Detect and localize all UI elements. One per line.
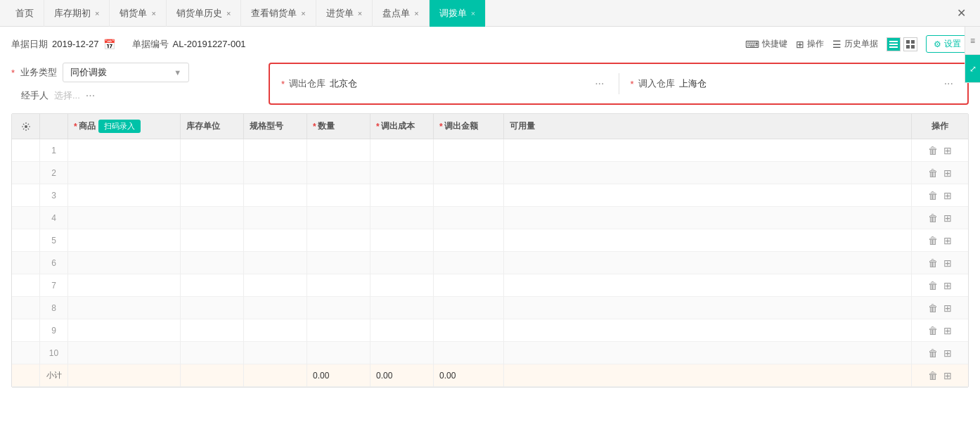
tab-sales-order[interactable]: 销货单 × bbox=[110, 0, 166, 27]
tab-purchase-order-close[interactable]: × bbox=[358, 9, 362, 18]
th-settings[interactable] bbox=[12, 114, 40, 139]
td-spec-1[interactable] bbox=[244, 139, 307, 162]
td-amount-6[interactable] bbox=[434, 252, 504, 274]
td-amount-7[interactable] bbox=[434, 274, 504, 297]
td-spec-5[interactable] bbox=[244, 229, 307, 252]
copy-icon-1[interactable]: ⊞ bbox=[943, 145, 952, 156]
tab-sales-history-close[interactable]: × bbox=[226, 9, 231, 18]
operations-button[interactable]: ⊞ 操作 bbox=[796, 38, 824, 50]
td-amount-1[interactable] bbox=[434, 139, 504, 162]
td-amount-8[interactable] bbox=[434, 297, 504, 319]
td-product-3[interactable] bbox=[68, 184, 181, 207]
copy-icon-7[interactable]: ⊞ bbox=[943, 280, 952, 291]
td-product-9[interactable] bbox=[68, 319, 181, 342]
delete-icon-1[interactable]: 🗑 bbox=[928, 145, 938, 156]
delete-icon-6[interactable]: 🗑 bbox=[928, 257, 938, 269]
copy-icon-2[interactable]: ⊞ bbox=[943, 167, 952, 179]
td-qty-8[interactable] bbox=[307, 297, 370, 319]
delete-icon-2[interactable]: 🗑 bbox=[928, 167, 938, 179]
td-spec-4[interactable] bbox=[244, 207, 307, 229]
copy-icon-11[interactable]: ⊞ bbox=[943, 370, 952, 381]
td-amount-2[interactable] bbox=[434, 162, 504, 184]
td-cost-1[interactable] bbox=[370, 139, 434, 162]
td-product-1[interactable] bbox=[68, 139, 181, 162]
td-product-8[interactable] bbox=[68, 297, 181, 319]
td-unit-8[interactable] bbox=[181, 297, 244, 319]
tab-stocktake-close[interactable]: × bbox=[414, 9, 418, 18]
td-product-4[interactable] bbox=[68, 207, 181, 229]
delete-icon-9[interactable]: 🗑 bbox=[928, 325, 938, 336]
tab-view-sales-close[interactable]: × bbox=[301, 9, 305, 18]
setting-button[interactable]: ⚙ 设置 bbox=[926, 35, 969, 53]
copy-icon-4[interactable]: ⊞ bbox=[943, 212, 952, 224]
td-qty-1[interactable] bbox=[307, 139, 370, 162]
shortcuts-button[interactable]: ⌨ 快捷键 bbox=[745, 38, 787, 50]
handler-select[interactable]: 选择... bbox=[54, 89, 80, 102]
delete-icon-3[interactable]: 🗑 bbox=[928, 190, 938, 201]
td-product-10[interactable] bbox=[68, 342, 181, 364]
td-amount-3[interactable] bbox=[434, 184, 504, 207]
td-cost-4[interactable] bbox=[370, 207, 434, 229]
tab-transfer[interactable]: 调拨单 × bbox=[430, 0, 486, 27]
scan-button[interactable]: 扫码录入 bbox=[98, 120, 141, 133]
transfer-in-more-icon[interactable]: ··· bbox=[941, 77, 956, 90]
tab-inventory-init[interactable]: 库存期初 × bbox=[44, 0, 110, 27]
delete-icon-4[interactable]: 🗑 bbox=[928, 212, 938, 224]
td-qty-6[interactable] bbox=[307, 252, 370, 274]
delete-icon-11[interactable]: 🗑 bbox=[928, 370, 938, 381]
copy-icon-6[interactable]: ⊞ bbox=[943, 257, 952, 269]
copy-icon-5[interactable]: ⊞ bbox=[943, 235, 952, 246]
tab-inventory-init-close[interactable]: × bbox=[95, 9, 99, 18]
td-product-2[interactable] bbox=[68, 162, 181, 184]
td-amount-9[interactable] bbox=[434, 319, 504, 342]
td-amount-5[interactable] bbox=[434, 229, 504, 252]
delete-icon-10[interactable]: 🗑 bbox=[928, 348, 938, 359]
history-button[interactable]: ☰ 历史单据 bbox=[832, 38, 878, 50]
td-qty-7[interactable] bbox=[307, 274, 370, 297]
tab-view-sales[interactable]: 查看销货单 × bbox=[241, 0, 316, 27]
tab-home[interactable]: 首页 bbox=[6, 0, 44, 27]
sidebar-expand-icon[interactable]: ⤢ bbox=[965, 55, 981, 83]
td-spec-9[interactable] bbox=[244, 319, 307, 342]
delete-icon-8[interactable]: 🗑 bbox=[928, 302, 938, 314]
td-unit-6[interactable] bbox=[181, 252, 244, 274]
tab-sales-history[interactable]: 销货单历史 × bbox=[167, 0, 241, 27]
td-unit-7[interactable] bbox=[181, 274, 244, 297]
td-unit-2[interactable] bbox=[181, 162, 244, 184]
td-amount-10[interactable] bbox=[434, 342, 504, 364]
td-spec-8[interactable] bbox=[244, 297, 307, 319]
tab-stocktake[interactable]: 盘点单 × bbox=[373, 0, 429, 27]
tab-transfer-close[interactable]: × bbox=[471, 9, 475, 18]
td-unit-5[interactable] bbox=[181, 229, 244, 252]
handler-more-icon[interactable]: ··· bbox=[86, 89, 95, 102]
td-cost-9[interactable] bbox=[370, 319, 434, 342]
td-cost-7[interactable] bbox=[370, 274, 434, 297]
td-amount-4[interactable] bbox=[434, 207, 504, 229]
tab-purchase-order[interactable]: 进货单 × bbox=[316, 0, 373, 27]
window-close-button[interactable]: ✕ bbox=[948, 0, 974, 27]
td-spec-7[interactable] bbox=[244, 274, 307, 297]
list-view-button[interactable] bbox=[886, 37, 901, 51]
td-cost-2[interactable] bbox=[370, 162, 434, 184]
tab-sales-order-close[interactable]: × bbox=[151, 9, 155, 18]
td-product-5[interactable] bbox=[68, 229, 181, 252]
td-product-6[interactable] bbox=[68, 252, 181, 274]
td-unit-1[interactable] bbox=[181, 139, 244, 162]
td-qty-10[interactable] bbox=[307, 342, 370, 364]
copy-icon-3[interactable]: ⊞ bbox=[943, 190, 952, 201]
td-qty-3[interactable] bbox=[307, 184, 370, 207]
grid-view-button[interactable] bbox=[903, 37, 917, 51]
td-unit-9[interactable] bbox=[181, 319, 244, 342]
td-qty-2[interactable] bbox=[307, 162, 370, 184]
td-product-7[interactable] bbox=[68, 274, 181, 297]
business-type-select[interactable]: 同价调拨 ▼ bbox=[63, 63, 189, 82]
delete-icon-5[interactable]: 🗑 bbox=[928, 235, 938, 246]
td-qty-5[interactable] bbox=[307, 229, 370, 252]
td-qty-9[interactable] bbox=[307, 319, 370, 342]
td-cost-5[interactable] bbox=[370, 229, 434, 252]
td-cost-8[interactable] bbox=[370, 297, 434, 319]
td-cost-10[interactable] bbox=[370, 342, 434, 364]
td-spec-10[interactable] bbox=[244, 342, 307, 364]
td-cost-3[interactable] bbox=[370, 184, 434, 207]
calendar-icon[interactable]: 📅 bbox=[103, 39, 115, 50]
